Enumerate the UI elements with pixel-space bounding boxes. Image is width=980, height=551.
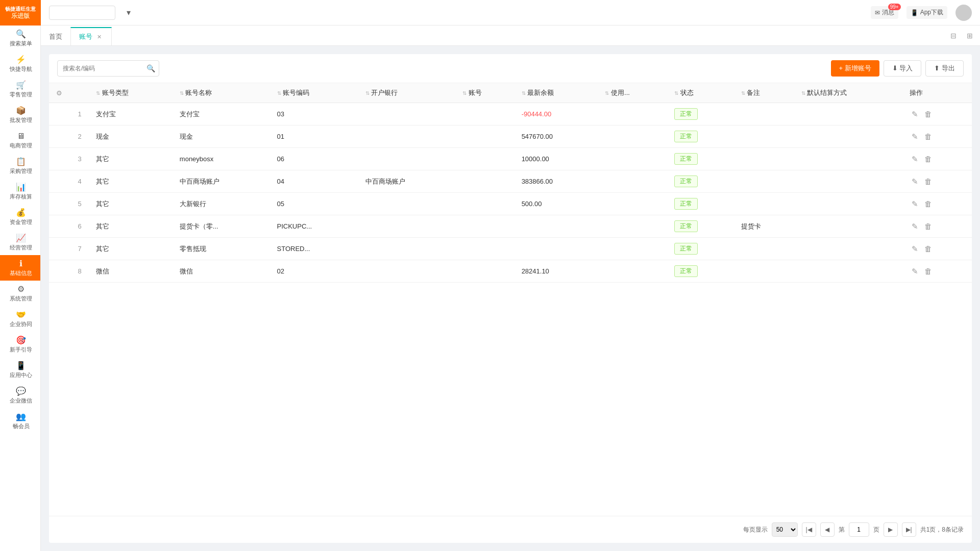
import-button[interactable]: ⬇ 导入 (884, 60, 922, 77)
delete-button-4[interactable]: 🗑 (922, 198, 934, 209)
col-remark[interactable]: ⇅ 备注 (735, 83, 795, 103)
row-balance-6 (516, 238, 599, 260)
search-button[interactable]: 🔍 (146, 64, 155, 72)
edit-button-4[interactable]: ✎ (910, 198, 920, 210)
sidebar-item-basic[interactable]: ℹ基础信息 (0, 255, 40, 281)
tab-bar: 首页 账号 ✕ ⊟ ⊞ (41, 26, 980, 46)
status-badge-7: 正常 (674, 265, 698, 277)
row-bank-4 (359, 193, 457, 215)
tab-actions: ⊟ ⊞ (947, 30, 976, 42)
row-balance-4: 500.00 (516, 193, 599, 215)
sidebar-item-appcenter[interactable]: 📱应用中心 (0, 357, 40, 383)
sidebar-item-system[interactable]: ⚙系统管理 (0, 281, 40, 306)
logo-bottom-text: 乐进版 (5, 12, 36, 19)
col-account[interactable]: ⇅ 账号 (456, 83, 515, 103)
app-download-button[interactable]: 📱 App下载 (906, 6, 947, 19)
edit-button-7[interactable]: ✎ (910, 266, 920, 277)
sidebar-label-member: 畅会员 (13, 422, 30, 430)
toolbar-left: 🔍 (57, 60, 159, 77)
search-input[interactable] (57, 60, 159, 77)
table-row: 4 其它 中百商场账户 04 中百商场账户 383866.00 正常 ✎ 🗑 (49, 170, 972, 193)
row-name-0: 支付宝 (174, 103, 271, 126)
sidebar-item-enterprise[interactable]: 🤝企业协同 (0, 306, 40, 332)
row-operations-1: ✎ 🗑 (903, 126, 972, 148)
search-icon: 🔍 (16, 29, 26, 39)
sidebar-item-purchase[interactable]: 📋采购管理 (0, 153, 40, 179)
col-name[interactable]: ⇅ 账号名称 (174, 83, 271, 103)
col-bank[interactable]: ⇅ 开户银行 (359, 83, 457, 103)
page-input[interactable] (849, 522, 869, 537)
edit-button-3[interactable]: ✎ (910, 176, 920, 187)
sidebar-item-newbie[interactable]: 🎯新手引导 (0, 332, 40, 357)
edit-button-1[interactable]: ✎ (910, 131, 920, 142)
sidebar-item-inventory[interactable]: 📊库存核算 (0, 179, 40, 204)
tab-minimize-button[interactable]: ⊟ (947, 30, 960, 42)
sidebar-label-wholesale: 批发管理 (10, 116, 32, 124)
row-balance-2: 10000.00 (516, 148, 599, 170)
pagination: 每页显示 50 20 100 |◀ ◀ 第 页 ▶ ▶| 共1页，8条记录 (49, 516, 972, 543)
col-setting[interactable]: ⚙ (49, 83, 69, 103)
col-default-settlement[interactable]: ⇅ 默认结算方式 (795, 83, 903, 103)
main-area: ▾ ✉ 消息 99+ 📱 App下载 首页 账号 ✕ ⊟ ⊞ (41, 0, 980, 551)
page-prev-button[interactable]: ◀ (820, 522, 835, 537)
row-type-4: 其它 (90, 193, 174, 215)
delete-button-3[interactable]: 🗑 (922, 176, 934, 187)
message-button[interactable]: ✉ 消息 99+ (871, 6, 898, 19)
tab-close-icon[interactable]: ✕ (95, 33, 103, 41)
col-balance[interactable]: ⇅ 最新余额 (516, 83, 599, 103)
page-size-select[interactable]: 50 20 100 (772, 522, 798, 537)
col-type[interactable]: ⇅ 账号类型 (90, 83, 174, 103)
row-default-settlement-1 (795, 126, 903, 148)
row-bank-5 (359, 215, 457, 238)
col-code[interactable]: ⇅ 账号编码 (271, 83, 359, 103)
sidebar-item-wholesale[interactable]: 📦批发管理 (0, 102, 40, 128)
row-usage-4 (599, 193, 668, 215)
col-usage[interactable]: ⇅ 使用... (599, 83, 668, 103)
delete-button-7[interactable]: 🗑 (922, 266, 934, 277)
tab-account[interactable]: 账号 ✕ (70, 27, 112, 45)
app-icon: 📱 (911, 9, 918, 16)
col-status[interactable]: ⇅ 状态 (668, 83, 735, 103)
sidebar-item-retail[interactable]: 🛒零售管理 (0, 77, 40, 102)
row-bank-1 (359, 126, 457, 148)
edit-button-2[interactable]: ✎ (910, 154, 920, 165)
sidebar-item-operations[interactable]: 📈经营管理 (0, 230, 40, 255)
add-account-button[interactable]: + 新增账号 (831, 60, 879, 77)
edit-button-5[interactable]: ✎ (910, 221, 920, 232)
top-search-input[interactable] (49, 6, 115, 20)
row-code-3: 04 (271, 170, 359, 193)
table-row: 8 微信 微信 02 28241.10 正常 ✎ 🗑 (49, 260, 972, 283)
sidebar-item-wechat[interactable]: 💬企业微信 (0, 383, 40, 408)
row-remark-2 (735, 148, 795, 170)
delete-button-2[interactable]: 🗑 (922, 154, 934, 164)
dropdown-button[interactable]: ▾ (121, 6, 136, 20)
user-avatar[interactable] (955, 5, 972, 21)
content-card: 🔍 + 新增账号 ⬇ 导入 ⬆ 导出 ⚙ ⇅ 账号类型 (49, 54, 972, 543)
sidebar-item-search[interactable]: 🔍搜索菜单 (0, 26, 40, 51)
export-button[interactable]: ⬆ 导出 (925, 60, 964, 77)
row-code-7: 02 (271, 260, 359, 283)
page-next-button[interactable]: ▶ (884, 522, 898, 537)
col-index (69, 83, 90, 103)
row-name-1: 现金 (174, 126, 271, 148)
page-last-button[interactable]: ▶| (902, 522, 916, 537)
tab-maximize-button[interactable]: ⊞ (964, 30, 976, 42)
delete-button-6[interactable]: 🗑 (922, 243, 934, 254)
sidebar-item-member[interactable]: 👥畅会员 (0, 408, 40, 434)
sidebar-item-ecommerce[interactable]: 🖥电商管理 (0, 128, 40, 153)
page-first-button[interactable]: |◀ (802, 522, 816, 537)
delete-button-5[interactable]: 🗑 (922, 221, 934, 232)
tab-home[interactable]: 首页 (41, 27, 70, 45)
row-name-5: 提货卡（零... (174, 215, 271, 238)
row-type-7: 微信 (90, 260, 174, 283)
row-account-4 (456, 193, 515, 215)
sidebar-item-shortcut[interactable]: ⚡快捷导航 (0, 51, 40, 77)
sidebar-item-finance[interactable]: 💰资金管理 (0, 204, 40, 230)
delete-button-1[interactable]: 🗑 (922, 131, 934, 142)
edit-button-6[interactable]: ✎ (910, 243, 920, 255)
sidebar-label-basic: 基础信息 (10, 269, 32, 277)
row-index-7: 8 (69, 260, 90, 283)
edit-button-0[interactable]: ✎ (910, 109, 920, 120)
row-setting-2 (49, 148, 69, 170)
delete-button-0[interactable]: 🗑 (922, 109, 934, 119)
